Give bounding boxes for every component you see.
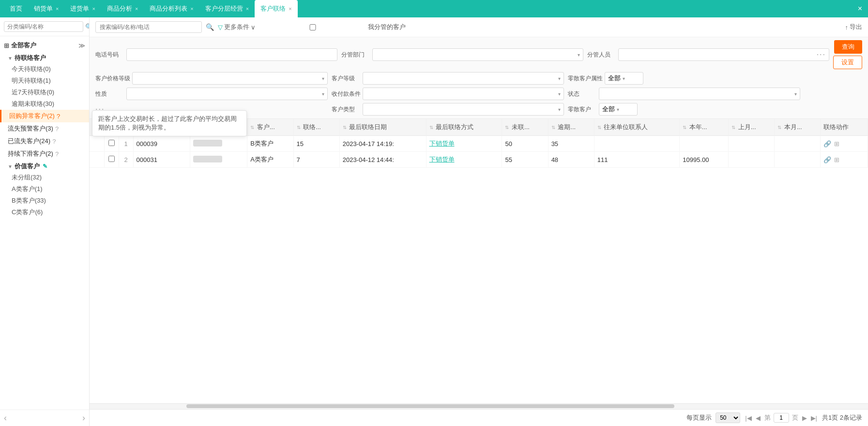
sidebar-churn-warning[interactable]: 流失预警客户(3) ? bbox=[0, 122, 89, 135]
select-dept[interactable]: ▾ bbox=[372, 48, 583, 61]
sort-contacts-icon: ⇅ bbox=[597, 125, 601, 130]
select-retail-attr[interactable]: 全部 ▾ bbox=[605, 72, 643, 85]
collapse-icon[interactable]: ≫ bbox=[78, 42, 85, 49]
tab-home[interactable]: 首页 bbox=[4, 0, 28, 17]
select-customer-level[interactable]: ▾ bbox=[363, 72, 564, 85]
horizontal-scrollbar[interactable] bbox=[90, 403, 868, 409]
sidebar-b-class[interactable]: B类客户(33) bbox=[0, 195, 89, 206]
settings-button[interactable]: 设置 bbox=[833, 56, 862, 69]
close-tab-customer-contact[interactable]: × bbox=[289, 6, 291, 12]
sidebar-overdue-pending[interactable]: 逾期未联络(30) bbox=[0, 98, 89, 110]
sidebar-7day-pending[interactable]: 近7天待联络(0) bbox=[0, 87, 89, 98]
my-customer-checkbox[interactable]: 我分管的客户 bbox=[259, 23, 406, 31]
link-method-0[interactable]: 下销货单 bbox=[429, 140, 455, 147]
first-page-button[interactable]: |◀ bbox=[744, 414, 752, 422]
search-icon[interactable]: 🔍 bbox=[206, 23, 214, 31]
sidebar-ungrouped[interactable]: 未分组(32) bbox=[0, 172, 89, 183]
tab-purchase-order[interactable]: 进货单 × bbox=[64, 0, 101, 17]
sidebar-left-scroll[interactable]: ‹ bbox=[4, 413, 7, 423]
sidebar-a-class[interactable]: A类客户(1) bbox=[0, 183, 89, 195]
sidebar-search-icon[interactable]: 🔍 bbox=[85, 23, 90, 30]
select-person[interactable]: ··· bbox=[618, 48, 829, 61]
select-retail-customer[interactable]: 全部 ▾ bbox=[599, 103, 638, 116]
filter-row-3: 性质 ▾ 收付款条件 ▾ 状态 bbox=[95, 88, 862, 100]
per-page-select[interactable]: 50 20 100 bbox=[716, 412, 740, 423]
row-checkbox-1[interactable] bbox=[104, 152, 119, 168]
row-last-method-1[interactable]: 下销货单 bbox=[426, 152, 502, 168]
caret-price-level: ▾ bbox=[322, 76, 324, 81]
row-action-0[interactable]: 🔗 ⊞ bbox=[821, 136, 868, 152]
select-nature[interactable]: ▾ bbox=[126, 88, 328, 100]
filter-retail-attr: 零散客户属性 全部 ▾ bbox=[568, 72, 800, 85]
close-tab-product-analysis-list[interactable]: × bbox=[190, 6, 193, 12]
col-contact[interactable]: ⇅ 联络... bbox=[293, 119, 339, 136]
tab-product-analysis[interactable]: 商品分析 × bbox=[101, 0, 144, 17]
col-category[interactable]: ⇅ 客户... bbox=[247, 119, 293, 136]
sidebar-declining[interactable]: 持续下滑客户(2) ? bbox=[0, 147, 89, 160]
tab-product-analysis-list[interactable]: 商品分析列表 × bbox=[144, 0, 199, 17]
page-number-input[interactable] bbox=[774, 413, 789, 423]
sidebar-today-pending[interactable]: 今天待联络(0) bbox=[0, 63, 89, 75]
sidebar-all-customers[interactable]: ⊞ 全部客户 ≫ bbox=[0, 39, 89, 52]
tab-customer-segmentation[interactable]: 客户分层经营 × bbox=[199, 0, 255, 17]
info-icon-churned[interactable]: ? bbox=[52, 138, 56, 145]
row-checkbox-0[interactable] bbox=[104, 136, 119, 152]
my-customer-check[interactable] bbox=[259, 24, 366, 30]
top-nav: 首页 销货单 × 进货单 × 商品分析 × 商品分析列表 × 客户分层经营 × … bbox=[0, 0, 868, 17]
sidebar-tomorrow-pending[interactable]: 明天待联络(1) bbox=[0, 75, 89, 87]
dots-person[interactable]: ··· bbox=[817, 50, 826, 59]
arrow-value-icon: ▼ bbox=[8, 164, 13, 169]
export-button[interactable]: ↑ 导出 bbox=[845, 23, 863, 31]
last-page-button[interactable]: ▶| bbox=[810, 414, 818, 422]
action-more-icon-1[interactable]: ⊞ bbox=[834, 156, 839, 163]
col-last-month[interactable]: ⇅ 上月... bbox=[729, 119, 775, 136]
row-last-method-0[interactable]: 下销货单 bbox=[426, 136, 502, 152]
sidebar-c-class[interactable]: C类客户(6) bbox=[0, 206, 89, 218]
col-uncontacted[interactable]: ⇅ 未联... bbox=[502, 119, 548, 136]
tab-customer-contact[interactable]: 客户联络 × bbox=[255, 0, 297, 17]
sidebar-right-scroll[interactable]: › bbox=[82, 413, 85, 423]
info-icon-declining[interactable]: ? bbox=[55, 150, 59, 158]
col-overdue[interactable]: ⇅ 逾期... bbox=[548, 119, 594, 136]
info-icon-repurchase[interactable]: ? bbox=[57, 113, 60, 120]
close-tab-product-analysis[interactable]: × bbox=[135, 6, 138, 12]
query-button[interactable]: 查询 bbox=[834, 40, 862, 54]
col-last-date[interactable]: ⇅ 最后联络日期 bbox=[339, 119, 426, 136]
select-price-level[interactable]: ▾ bbox=[132, 72, 328, 85]
close-tab-sales-order[interactable]: × bbox=[56, 6, 59, 12]
row-name-0 bbox=[190, 136, 247, 152]
edit-value-icon[interactable]: ✎ bbox=[43, 163, 47, 170]
select-customer-type[interactable]: ▾ bbox=[363, 103, 564, 116]
action-link-icon-1[interactable]: 🔗 bbox=[823, 156, 831, 163]
close-window-button[interactable]: × bbox=[858, 4, 862, 13]
tab-sales-order[interactable]: 销货单 × bbox=[28, 0, 64, 17]
close-tab-customer-segmentation[interactable]: × bbox=[246, 6, 249, 12]
sidebar-search-input[interactable] bbox=[4, 21, 83, 32]
col-last-method[interactable]: ⇅ 最后联络方式 bbox=[426, 119, 502, 136]
prev-page-button[interactable]: ◀ bbox=[755, 414, 761, 422]
sidebar-repurchase-abnormal[interactable]: 回购异常客户(2) ? bbox=[0, 110, 89, 122]
row-category-0: B类客户 bbox=[247, 136, 293, 152]
action-link-icon-0[interactable]: 🔗 bbox=[823, 140, 831, 147]
col-this-year[interactable]: ⇅ 本年... bbox=[680, 119, 729, 136]
sidebar-pending-section[interactable]: ▼ 待联络客户 bbox=[0, 52, 89, 63]
close-tab-purchase-order[interactable]: × bbox=[92, 6, 95, 12]
select-payment[interactable]: ▾ bbox=[363, 88, 564, 100]
input-phone[interactable] bbox=[126, 48, 337, 61]
more-conditions-button[interactable]: ▽ 更多条件 ∨ bbox=[218, 23, 256, 31]
link-method-1[interactable]: 下销货单 bbox=[429, 156, 455, 163]
col-this-month[interactable]: ⇅ 本月... bbox=[775, 119, 821, 136]
select-status[interactable]: ▾ bbox=[599, 88, 800, 100]
row-action-1[interactable]: 🔗 ⊞ bbox=[821, 152, 868, 168]
bottom-bar: 每页显示 50 20 100 |◀ ◀ 第 页 ▶ ▶| 共1页 2条记录 bbox=[90, 409, 868, 426]
search-input[interactable] bbox=[95, 21, 202, 33]
per-page-label: 每页显示 bbox=[686, 413, 712, 422]
col-contacts[interactable]: ⇅ 往来单位联系人 bbox=[594, 119, 679, 136]
info-icon-churn-warning[interactable]: ? bbox=[55, 125, 59, 132]
scrollbar-thumb[interactable] bbox=[186, 404, 674, 408]
export-icon: ↑ bbox=[845, 24, 849, 31]
next-page-button[interactable]: ▶ bbox=[801, 414, 808, 422]
sidebar-value-section[interactable]: ▼ 价值客户 ✎ bbox=[0, 160, 89, 172]
sidebar-churned[interactable]: 已流失客户(24) ? bbox=[0, 135, 89, 147]
action-more-icon-0[interactable]: ⊞ bbox=[834, 140, 839, 147]
